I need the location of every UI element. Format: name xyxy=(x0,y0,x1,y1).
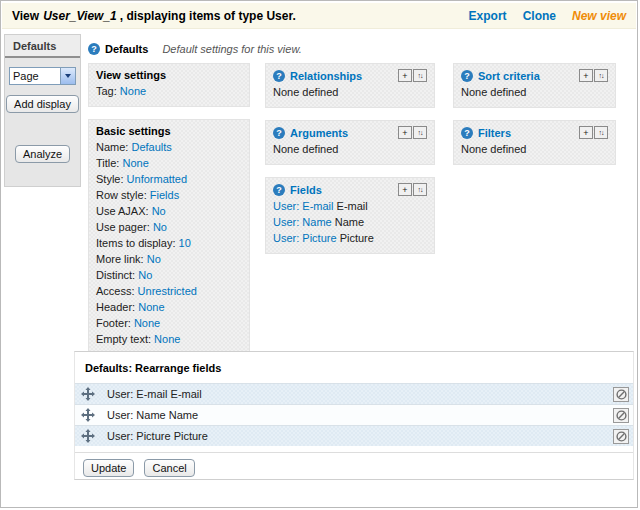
remove-field-button[interactable] xyxy=(613,387,629,402)
add-argument-button[interactable]: + xyxy=(398,126,412,139)
setting-header-link[interactable]: None xyxy=(138,301,164,313)
relationships-empty-text: None defined xyxy=(273,84,427,100)
select-dropdown-button[interactable] xyxy=(60,68,75,84)
display-type-select[interactable]: Page xyxy=(9,67,76,85)
setting-style: Style: Unformatted xyxy=(96,171,242,187)
setting-tag: Tag: None xyxy=(96,83,242,99)
field-item-email: User: E-mail E-mail xyxy=(273,198,427,214)
defaults-heading: ? Defaults Default settings for this vie… xyxy=(88,43,627,55)
display-sidebar: Defaults Page Add display Analyze xyxy=(4,34,81,187)
fields-title-link[interactable]: Fields xyxy=(290,184,322,196)
view-title-prefix: View xyxy=(12,9,39,23)
display-type-select-value: Page xyxy=(10,70,60,82)
panel-relationships: ? Relationships + ↑↓ None defined xyxy=(265,63,435,108)
setting-use-pager-link[interactable]: No xyxy=(153,221,167,233)
setting-label: Empty text: xyxy=(96,333,151,345)
help-icon[interactable]: ? xyxy=(273,70,285,82)
cancel-button[interactable]: Cancel xyxy=(144,459,194,477)
header-actions: Export Clone New view xyxy=(469,9,626,23)
rearrange-relationships-button[interactable]: ↑↓ xyxy=(413,69,427,82)
tab-defaults[interactable]: Defaults xyxy=(5,35,80,58)
rearrange-row-label: User: Name Name xyxy=(107,409,198,421)
view-name: User_View_1 xyxy=(43,9,117,23)
basic-settings-title: Basic settings xyxy=(96,125,171,137)
setting-name: Name: Defaults xyxy=(96,139,242,155)
field-email-label: E-mail xyxy=(337,200,368,212)
drag-handle-icon[interactable] xyxy=(81,429,95,443)
setting-items-link[interactable]: 10 xyxy=(179,237,191,249)
setting-style-link[interactable]: Unformatted xyxy=(127,173,188,185)
setting-title-link[interactable]: None xyxy=(123,157,149,169)
rearrange-sorts-button[interactable]: ↑↓ xyxy=(594,69,608,82)
remove-field-button[interactable] xyxy=(613,429,629,444)
filters-empty-text: None defined xyxy=(461,141,608,157)
field-email-link[interactable]: User: E-mail xyxy=(273,200,334,212)
add-filter-button[interactable]: + xyxy=(579,126,593,139)
rearrange-filters-button[interactable]: ↑↓ xyxy=(594,126,608,139)
table-row[interactable]: User: E-mail E-mail xyxy=(75,383,633,404)
export-link[interactable]: Export xyxy=(469,9,507,23)
setting-label: Access: xyxy=(96,285,135,297)
setting-footer-link[interactable]: None xyxy=(134,317,160,329)
add-relationship-button[interactable]: + xyxy=(398,69,412,82)
remove-field-button[interactable] xyxy=(613,408,629,423)
setting-label: More link: xyxy=(96,253,144,265)
setting-label: Footer: xyxy=(96,317,131,329)
setting-items-to-display: Items to display: 10 xyxy=(96,235,242,251)
view-title-suffix: , displaying items of type User. xyxy=(120,9,296,23)
add-display-button[interactable]: Add display xyxy=(6,95,79,113)
update-button[interactable]: Update xyxy=(83,459,134,477)
help-icon[interactable]: ? xyxy=(461,127,473,139)
field-picture-link[interactable]: User: Picture xyxy=(273,232,337,244)
setting-label: Use pager: xyxy=(96,221,150,233)
rearrange-arguments-button[interactable]: ↑↓ xyxy=(413,126,427,139)
form-actions: Update Cancel xyxy=(75,452,633,477)
setting-tag-link[interactable]: None xyxy=(120,85,146,97)
table-row[interactable]: User: Picture Picture xyxy=(75,425,633,446)
setting-row-style-link[interactable]: Fields xyxy=(150,189,179,201)
relationships-title-link[interactable]: Relationships xyxy=(290,70,362,82)
clone-link[interactable]: Clone xyxy=(523,9,556,23)
help-icon[interactable]: ? xyxy=(461,70,473,82)
drag-handle-icon[interactable] xyxy=(81,387,95,401)
view-settings-title: View settings xyxy=(96,69,166,81)
chevron-down-icon xyxy=(65,74,71,78)
table-row[interactable]: User: Name Name xyxy=(75,404,633,425)
rearrange-form-title: Defaults: Rearrange fields xyxy=(75,352,633,383)
setting-use-pager: Use pager: No xyxy=(96,219,242,235)
add-field-button[interactable]: + xyxy=(398,183,412,196)
help-icon[interactable]: ? xyxy=(273,127,285,139)
setting-label: Header: xyxy=(96,301,135,313)
arguments-title-link[interactable]: Arguments xyxy=(290,127,348,139)
setting-access-link[interactable]: Unrestricted xyxy=(138,285,197,297)
arguments-empty-text: None defined xyxy=(273,141,427,157)
rearrange-fields-form: Defaults: Rearrange fields User: E-mail … xyxy=(74,351,634,480)
rearrange-fields-button[interactable]: ↑↓ xyxy=(413,183,427,196)
setting-more-link-link[interactable]: No xyxy=(147,253,161,265)
field-name-label: Name xyxy=(335,216,364,228)
drag-handle-icon[interactable] xyxy=(81,408,95,422)
column-right: ? Sort criteria + ↑↓ None defined ? Filt… xyxy=(453,63,616,177)
field-name-link[interactable]: User: Name xyxy=(273,216,332,228)
setting-label: Items to display: xyxy=(96,237,175,249)
setting-row-style: Row style: Fields xyxy=(96,187,242,203)
setting-name-link[interactable]: Defaults xyxy=(131,141,171,153)
help-icon[interactable]: ? xyxy=(88,43,100,55)
setting-use-ajax-link[interactable]: No xyxy=(152,205,166,217)
setting-label: Use AJAX: xyxy=(96,205,149,217)
new-view-link[interactable]: New view xyxy=(572,9,626,23)
rearrange-row-label: User: E-mail E-mail xyxy=(107,388,202,400)
setting-empty-text: Empty text: None xyxy=(96,331,242,347)
sort-criteria-title-link[interactable]: Sort criteria xyxy=(478,70,540,82)
field-item-name: User: Name Name xyxy=(273,214,427,230)
setting-distinct-link[interactable]: No xyxy=(138,269,152,281)
setting-empty-text-link[interactable]: None xyxy=(154,333,180,345)
analyze-button[interactable]: Analyze xyxy=(15,145,70,163)
column-middle: ? Relationships + ↑↓ None defined ? Argu… xyxy=(265,63,435,266)
filters-title-link[interactable]: Filters xyxy=(478,127,511,139)
help-icon[interactable]: ? xyxy=(273,184,285,196)
add-sort-button[interactable]: + xyxy=(579,69,593,82)
setting-label: Tag: xyxy=(96,85,117,97)
field-item-picture: User: Picture Picture xyxy=(273,230,427,246)
setting-label: Name: xyxy=(96,141,128,153)
